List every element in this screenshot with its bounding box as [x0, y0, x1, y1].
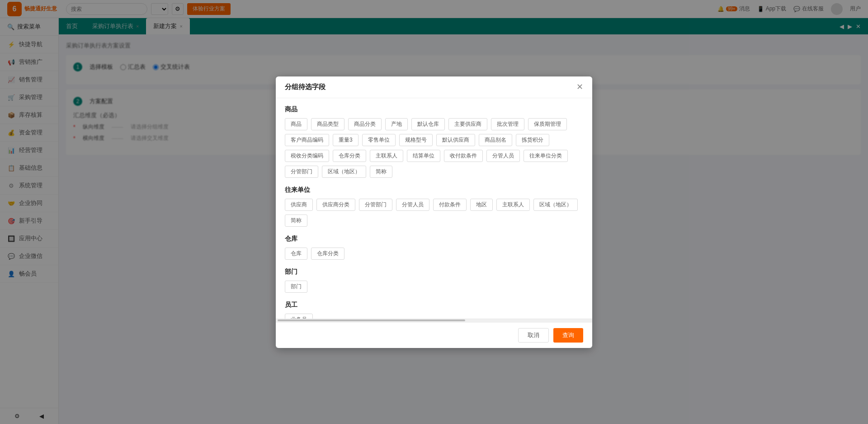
field-section-employee: 员工 业务员 [285, 301, 583, 319]
section-title-employee: 员工 [285, 301, 583, 309]
field-tag-fenguanrenyuan-partner[interactable]: 分管人员 [396, 199, 429, 211]
field-tag-bumen[interactable]: 部门 [285, 281, 307, 293]
confirm-button[interactable]: 查询 [553, 328, 583, 343]
field-section-warehouse: 仓库 仓库 仓库分类 [285, 235, 583, 260]
field-tag-shoufukuantiaojian[interactable]: 收付款条件 [444, 150, 483, 162]
field-tag-jiesuandanwei[interactable]: 结算单位 [407, 150, 440, 162]
field-tag-fenguanbumon[interactable]: 分管部门 [285, 166, 318, 178]
field-tag-shangpinbiemig[interactable]: 商品别名 [479, 134, 512, 146]
field-tag-quyu-goods[interactable]: 区域（地区） [322, 166, 366, 178]
field-tags-employee: 业务员 [285, 314, 583, 319]
field-tag-guigexinghao[interactable]: 规格型号 [399, 134, 433, 146]
field-section-goods: 商品 商品 商品类型 商品分类 产地 默认仓库 主要供应商 批次管理 保质期管理… [285, 105, 583, 178]
field-tag-cangku[interactable]: 仓库 [285, 248, 307, 260]
section-title-warehouse: 仓库 [285, 235, 583, 243]
field-tag-jianjijfen[interactable]: 拣货积分 [516, 134, 549, 146]
field-tag-shangpinfenlei[interactable]: 商品分类 [348, 118, 382, 130]
field-tag-morengongyingshang[interactable]: 默认供应商 [436, 134, 475, 146]
field-tags-partner: 供应商 供应商分类 分管部门 分管人员 付款条件 地区 主联系人 区域（地区） … [285, 199, 583, 227]
field-select-modal: 分组待选字段 ✕ 商品 商品 商品类型 商品分类 产地 默认仓库 主要供应商 批… [276, 76, 592, 348]
hscroll-thumb [278, 319, 465, 321]
cancel-button[interactable]: 取消 [518, 328, 549, 343]
modal-title: 分组待选字段 [285, 83, 326, 91]
field-tag-jiancheng-partner[interactable]: 简称 [285, 214, 307, 227]
field-tags-goods: 商品 商品类型 商品分类 产地 默认仓库 主要供应商 批次管理 保质期管理 客户… [285, 118, 583, 178]
field-tags-warehouse: 仓库 仓库分类 [285, 248, 583, 260]
field-section-department: 部门 部门 [285, 268, 583, 293]
field-tag-cangkufenlei[interactable]: 仓库分类 [333, 150, 366, 162]
field-tag-kehushangpinbianma[interactable]: 客户商品编码 [285, 134, 329, 146]
section-title-goods: 商品 [285, 105, 583, 114]
field-tag-wanglaidanweifenlei[interactable]: 往来单位分类 [524, 150, 568, 162]
field-tag-chandi[interactable]: 产地 [385, 118, 408, 130]
modal-overlay: 分组待选字段 ✕ 商品 商品 商品类型 商品分类 产地 默认仓库 主要供应商 批… [0, 0, 868, 424]
field-tag-morencangku[interactable]: 默认仓库 [411, 118, 445, 130]
section-title-department: 部门 [285, 268, 583, 276]
field-tag-zhuyaogongyingshang[interactable]: 主要供应商 [448, 118, 487, 130]
field-tag-lingshouunit[interactable]: 零售单位 [362, 134, 396, 146]
field-tag-piciciguanli[interactable]: 批次管理 [491, 118, 524, 130]
modal-close-button[interactable]: ✕ [576, 83, 583, 91]
field-tag-jiancheng-goods[interactable]: 简称 [370, 166, 392, 178]
field-tag-zhongliang3[interactable]: 重量3 [333, 134, 359, 146]
field-tag-quyu-partner[interactable]: 区域（地区） [533, 199, 578, 211]
field-tag-diqu[interactable]: 地区 [470, 199, 493, 211]
field-section-partner: 往来单位 供应商 供应商分类 分管部门 分管人员 付款条件 地区 主联系人 区域… [285, 186, 583, 227]
field-tag-fenguanrenyuan[interactable]: 分管人员 [486, 150, 520, 162]
modal-header: 分组待选字段 ✕ [276, 76, 592, 98]
field-tag-gongyingshangfenlei[interactable]: 供应商分类 [316, 199, 355, 211]
field-tag-fukuantiaojian[interactable]: 付款条件 [433, 199, 467, 211]
field-tag-gongyingshang[interactable]: 供应商 [285, 199, 313, 211]
modal-horizontal-scroll[interactable] [276, 319, 592, 322]
field-tag-baozhibiangualil[interactable]: 保质期管理 [528, 118, 567, 130]
modal-footer: 取消 查询 [276, 322, 592, 348]
field-tags-department: 部门 [285, 281, 583, 293]
field-tag-shangpin[interactable]: 商品 [285, 118, 307, 130]
modal-body: 商品 商品 商品类型 商品分类 产地 默认仓库 主要供应商 批次管理 保质期管理… [276, 98, 592, 319]
field-tag-zhulianxiren[interactable]: 主联系人 [370, 150, 403, 162]
section-title-partner: 往来单位 [285, 186, 583, 194]
field-tag-shuishoufenlei[interactable]: 税收分类编码 [285, 150, 329, 162]
field-tag-shangpinleixing[interactable]: 商品类型 [311, 118, 344, 130]
field-tag-fenguanbumon-partner[interactable]: 分管部门 [359, 199, 392, 211]
field-tag-cangkufenlei-wh[interactable]: 仓库分类 [311, 248, 344, 260]
field-tag-zhulianxiren-partner[interactable]: 主联系人 [496, 199, 530, 211]
field-tag-yewuyuan[interactable]: 业务员 [285, 314, 313, 319]
